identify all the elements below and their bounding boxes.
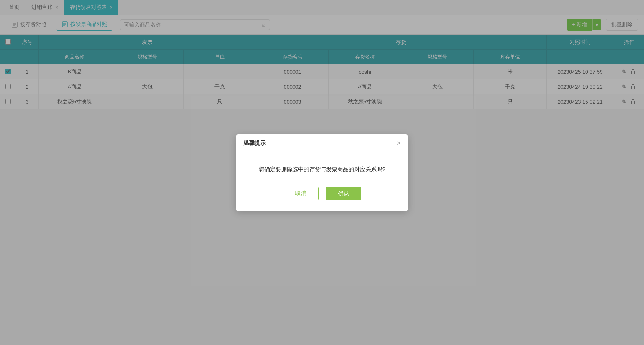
dialog-overlay: 温馨提示 × 您确定要删除选中的存货与发票商品的对应关系吗? 取消 确认 bbox=[0, 0, 644, 109]
